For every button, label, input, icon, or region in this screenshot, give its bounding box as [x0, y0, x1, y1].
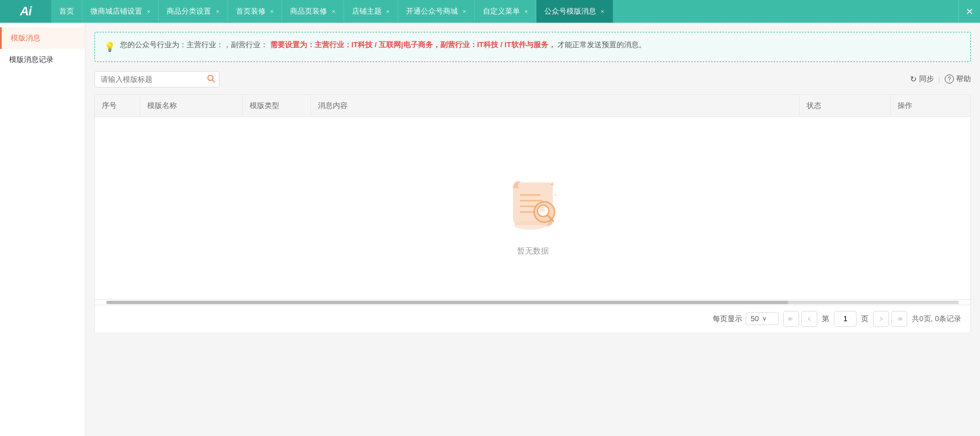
notice-highlight: 需要设置为：主营行业：IT科技 / 互联网|电子商务，副营行业：IT科技 / I…	[270, 40, 556, 49]
nav-tab-close-product-category[interactable]: ×	[216, 8, 219, 15]
help-icon: ?	[945, 74, 954, 84]
total-info: 共0页, 0条记录	[912, 314, 961, 324]
nav-tab-label: 微商城店铺设置	[90, 6, 142, 16]
page-navigation: 第 页	[783, 311, 907, 327]
toolbar-right: ↻ 同步 | ? 帮助	[910, 74, 971, 84]
nav-tab-close-product-decor[interactable]: ×	[332, 8, 335, 15]
empty-state: ✦ ✦ 暂无数据	[499, 148, 567, 268]
search-input[interactable]	[94, 71, 220, 88]
per-page-select: 每页显示 50 ∨	[713, 312, 779, 325]
empty-text: 暂无数据	[517, 246, 549, 256]
nav-tab-label: 商品页装修	[290, 6, 327, 16]
nav-tab-label: 店铺主题	[352, 6, 382, 16]
th-action: 操作	[891, 95, 970, 117]
table-header: 序号模版名称模版类型消息内容状态操作	[95, 95, 970, 117]
nav-tab-home-decor[interactable]: 首页装修×	[228, 0, 282, 23]
scrollbar-track	[106, 301, 959, 304]
nav-tab-label: 开通公众号商城	[406, 6, 458, 16]
nav-tab-label: 商品分类设置	[167, 6, 211, 16]
th-type: 模版类型	[243, 95, 311, 117]
app-logo: Ai	[0, 0, 51, 23]
first-page-button[interactable]	[783, 311, 799, 327]
search-bar: ↻ 同步 | ? 帮助	[94, 71, 971, 88]
nav-tab-product-decor[interactable]: 商品页装修×	[282, 0, 344, 23]
nav-tab-label: 公众号模版消息	[544, 6, 596, 16]
th-name: 模版名称	[140, 95, 243, 117]
per-page-value: 50	[751, 314, 759, 323]
help-button[interactable]: ? 帮助	[945, 74, 971, 84]
page-unit: 页	[861, 314, 869, 324]
sync-button[interactable]: ↻ 同步	[910, 74, 934, 84]
nav-tab-template-msg[interactable]: 公众号模版消息×	[536, 0, 613, 23]
per-page-dropdown[interactable]: 50 ∨	[746, 312, 779, 325]
nav-tab-home[interactable]: 首页	[51, 0, 82, 23]
scrollbar-thumb	[106, 301, 788, 304]
nav-tab-label: 首页	[59, 6, 74, 16]
sidebar-item-template-msg[interactable]: 模版消息	[0, 27, 85, 49]
svg-text:✦: ✦	[553, 193, 557, 198]
nav-tab-micro-store[interactable]: 微商城店铺设置×	[82, 0, 159, 23]
nav-tab-label: 首页装修	[236, 6, 266, 16]
nav-tab-label: 自定义菜单	[483, 6, 520, 16]
nav-tab-close-template-msg[interactable]: ×	[601, 8, 604, 15]
th-status: 状态	[800, 95, 891, 117]
last-page-button[interactable]	[891, 311, 907, 327]
svg-text:✦: ✦	[549, 180, 556, 189]
table-body: ✦ ✦ 暂无数据	[95, 117, 970, 299]
search-input-wrap	[94, 71, 220, 88]
nav-tab-custom-menu[interactable]: 自定义菜单×	[475, 0, 536, 23]
sync-label: 同步	[919, 74, 934, 84]
svg-line-1	[213, 80, 215, 82]
svg-point-9	[539, 207, 545, 213]
content-area: 💡 您的公众号行业为：主营行业：，副营行业： 需要设置为：主营行业：IT科技 /…	[85, 23, 980, 436]
nav-tabs: 首页微商城店铺设置×商品分类设置×首页装修×商品页装修×店铺主题×开通公众号商城…	[51, 0, 958, 23]
th-seq: 序号	[95, 95, 140, 117]
top-navigation: Ai 首页微商城店铺设置×商品分类设置×首页装修×商品页装修×店铺主题×开通公众…	[0, 0, 980, 23]
per-page-label: 每页显示	[713, 314, 742, 324]
close-all-button[interactable]: ✕	[958, 0, 980, 23]
nav-tab-close-store-theme[interactable]: ×	[386, 8, 390, 15]
page-input[interactable]	[834, 311, 857, 327]
toolbar-divider: |	[938, 75, 940, 84]
nav-tab-close-custom-menu[interactable]: ×	[524, 8, 528, 15]
nav-tab-close-home-decor[interactable]: ×	[270, 8, 274, 15]
notice-text: 您的公众号行业为：主营行业：，副营行业： 需要设置为：主营行业：IT科技 / 互…	[120, 39, 646, 51]
nav-tab-close-micro-store[interactable]: ×	[147, 8, 150, 15]
dropdown-icon: ∨	[762, 315, 767, 322]
page-label: 第	[822, 314, 829, 324]
notice-banner: 💡 您的公众号行业为：主营行业：，副营行业： 需要设置为：主营行业：IT科技 /…	[94, 32, 971, 62]
data-table: 序号模版名称模版类型消息内容状态操作	[94, 94, 971, 333]
nav-tab-store-theme[interactable]: 店铺主题×	[344, 0, 398, 23]
help-label: 帮助	[956, 74, 971, 84]
th-content: 消息内容	[311, 95, 800, 117]
notice-icon: 💡	[104, 40, 115, 55]
nav-tab-open-store[interactable]: 开通公众号商城×	[398, 0, 474, 23]
sync-icon: ↻	[910, 74, 917, 84]
empty-illustration: ✦ ✦	[499, 171, 567, 239]
search-left	[94, 71, 220, 88]
pagination-bar: 每页显示 50 ∨ 第 页	[95, 305, 970, 333]
main-layout: 模版消息模版消息记录 💡 您的公众号行业为：主营行业：，副营行业： 需要设置为：…	[0, 23, 980, 436]
prev-page-button[interactable]	[801, 311, 817, 327]
next-page-button[interactable]	[873, 311, 889, 327]
search-button[interactable]	[207, 74, 215, 84]
sidebar: 模版消息模版消息记录	[0, 23, 85, 436]
nav-tab-close-open-store[interactable]: ×	[462, 8, 466, 15]
scrollbar-area[interactable]	[95, 299, 970, 305]
sidebar-item-template-log[interactable]: 模版消息记录	[0, 49, 85, 70]
nav-tab-product-category[interactable]: 商品分类设置×	[159, 0, 228, 23]
